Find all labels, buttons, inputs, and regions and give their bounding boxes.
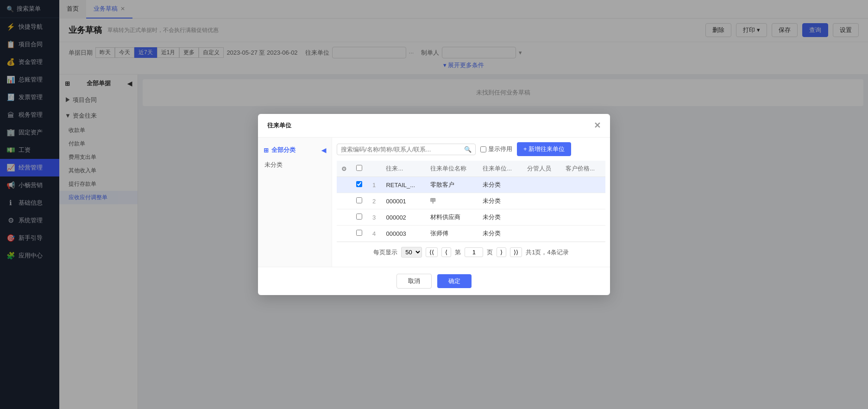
per-page-label: 每页显示 [373, 248, 397, 257]
tree-all-icon: ⊞ [264, 147, 269, 154]
col-name[interactable]: 往来单位名称 [426, 161, 478, 177]
row-price-level [561, 193, 605, 209]
tree-collapse-icon[interactable]: ◀ [321, 147, 326, 154]
table-row[interactable]: 3 000002 材料供应商 未分类 [337, 209, 605, 226]
col-price-level[interactable]: 客户价格... [561, 161, 605, 177]
row-code: 000002 [381, 209, 426, 226]
row-price-level [561, 177, 605, 193]
inactive-checkbox[interactable] [480, 146, 486, 152]
dialog-table-wrapper: ⚙ 往来... 往来单位名称 往来单位... 分管人员 客户价格... [337, 161, 605, 242]
row-code: RETAIL_... [381, 177, 426, 193]
col-code[interactable]: 往来... [381, 161, 426, 177]
per-page-select[interactable]: 50 [401, 247, 422, 258]
table-row[interactable]: 4 000003 张师傅 未分类 [337, 226, 605, 242]
cancel-button[interactable]: 取消 [396, 274, 432, 289]
dialog-table: ⚙ 往来... 往来单位名称 往来单位... 分管人员 客户价格... [337, 161, 605, 242]
row-settings[interactable] [337, 177, 352, 193]
search-icon: 🔍 [464, 146, 472, 153]
dialog-header: 往来单位 ✕ [258, 114, 610, 138]
next-page-button[interactable]: ⟩ [497, 247, 506, 257]
row-category: 未分类 [478, 226, 522, 242]
dialog-title: 往来单位 [267, 121, 291, 130]
row-check[interactable] [352, 193, 367, 209]
search-input[interactable] [341, 146, 461, 153]
last-page-button[interactable]: ⟩⟩ [510, 247, 522, 257]
row-check[interactable] [352, 209, 367, 226]
table-row[interactable]: 1 RETAIL_... 零散客户 未分类 [337, 177, 605, 193]
row-code: 000003 [381, 226, 426, 242]
page-text2: 页 [487, 248, 493, 257]
row-manager [522, 193, 561, 209]
row-check[interactable] [352, 177, 367, 193]
row-manager [522, 177, 561, 193]
dialog-close-button[interactable]: ✕ [594, 120, 601, 131]
page-number-input[interactable] [465, 247, 483, 257]
row-num: 1 [367, 177, 381, 193]
partner-dialog: 往来单位 ✕ ⊞ 全部分类 ◀ 未分类 [258, 114, 610, 295]
row-name: 材料供应商 [426, 209, 478, 226]
row-settings[interactable] [337, 193, 352, 209]
show-inactive-toggle[interactable]: 显示停用 [480, 145, 512, 153]
dialog-tree: ⊞ 全部分类 ◀ 未分类 [258, 138, 332, 267]
confirm-button[interactable]: 确定 [437, 274, 472, 288]
dialog-footer: 取消 确定 [258, 267, 610, 295]
page-text: 第 [455, 248, 461, 257]
tree-all-categories[interactable]: ⊞ 全部分类 ◀ [258, 142, 332, 158]
row-category: 未分类 [478, 193, 522, 209]
col-check-all[interactable] [352, 161, 367, 177]
row-category: 未分类 [478, 177, 522, 193]
row-code: 000001 [381, 193, 426, 209]
col-category[interactable]: 往来单位... [478, 161, 522, 177]
col-num [367, 161, 381, 177]
prev-page-button[interactable]: ⟨ [441, 247, 451, 257]
row-manager [522, 209, 561, 226]
row-price-level [561, 226, 605, 242]
row-manager [522, 226, 561, 242]
dialog-pagination: 每页显示 50 ⟨⟨ ⟨ 第 页 ⟩ ⟩⟩ 共1页，4条记录 [337, 242, 605, 262]
row-name: 甲 [426, 193, 478, 209]
dialog-right: 🔍 显示停用 + 新增往来单位 ⚙ [332, 138, 610, 267]
modal-overlay: 往来单位 ✕ ⊞ 全部分类 ◀ 未分类 [0, 0, 868, 409]
row-settings[interactable] [337, 209, 352, 226]
row-name: 零散客户 [426, 177, 478, 193]
row-price-level [561, 209, 605, 226]
tree-item-uncategorized[interactable]: 未分类 [258, 158, 332, 172]
dialog-body: ⊞ 全部分类 ◀ 未分类 🔍 显示停用 [258, 138, 610, 267]
row-num: 2 [367, 193, 381, 209]
table-row[interactable]: 2 000001 甲 未分类 [337, 193, 605, 209]
row-num: 4 [367, 226, 381, 242]
row-num: 3 [367, 209, 381, 226]
add-partner-button[interactable]: + 新增往来单位 [517, 142, 571, 156]
check-all-checkbox[interactable] [356, 165, 362, 171]
row-name: 张师傅 [426, 226, 478, 242]
first-page-button[interactable]: ⟨⟨ [426, 247, 438, 257]
col-settings[interactable]: ⚙ [337, 161, 352, 177]
dialog-toolbar: 🔍 显示停用 + 新增往来单位 [337, 142, 605, 156]
col-manager[interactable]: 分管人员 [522, 161, 561, 177]
search-box: 🔍 [337, 144, 476, 155]
total-info: 共1页，4条记录 [526, 248, 568, 257]
row-check[interactable] [352, 226, 367, 242]
row-category: 未分类 [478, 209, 522, 226]
row-settings[interactable] [337, 226, 352, 242]
